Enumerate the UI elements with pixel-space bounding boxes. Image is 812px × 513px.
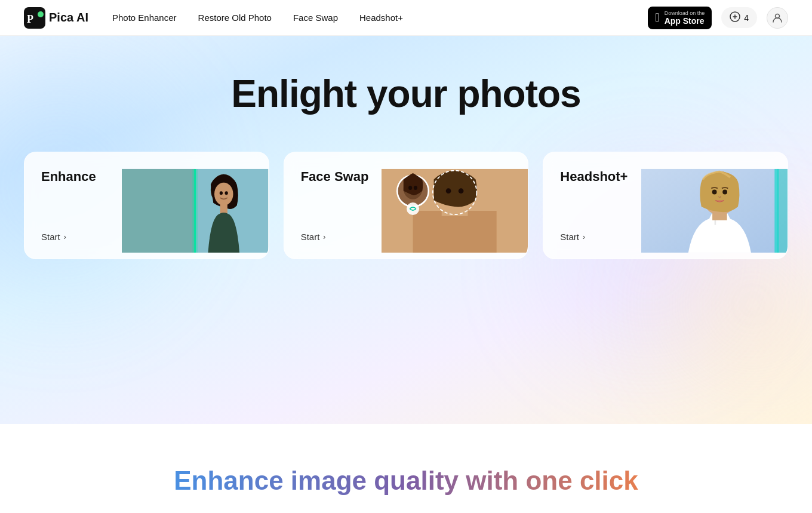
app-store-button[interactable]:  Download on the App Store [648, 7, 712, 29]
headshot-card: Headshot+ Start › [543, 152, 788, 259]
enhance-quality-section: Enhance image quality with one click [0, 424, 812, 513]
face-swap-start-label: Start [301, 232, 320, 242]
navbar-right:  Download on the App Store 4 [648, 7, 788, 29]
nav-links: Photo Enhancer Restore Old Photo Face Sw… [112, 13, 403, 23]
chevron-right-icon-3: › [583, 233, 585, 241]
svg-point-25 [407, 202, 419, 215]
enhance-card: Enhance Start › [24, 152, 269, 259]
headshot-start-link[interactable]: Start › [560, 232, 585, 242]
enhance-start-label: Start [41, 232, 60, 242]
svg-rect-16 [413, 211, 497, 253]
svg-rect-7 [122, 169, 195, 253]
svg-point-32 [722, 190, 727, 195]
enhance-split-image [122, 163, 268, 259]
headshot-card-image [641, 163, 788, 259]
user-icon [772, 13, 783, 23]
svg-point-19 [446, 188, 451, 193]
apple-icon:  [655, 11, 659, 24]
store-name: App Store [665, 16, 705, 26]
svg-text:P: P [27, 13, 33, 25]
logo-icon: P [24, 7, 45, 29]
face-swap-svg [382, 163, 528, 259]
headshot-start-label: Start [560, 232, 579, 242]
navbar: P Pica AI Photo Enhancer Restore Old Pho… [0, 0, 812, 36]
chevron-right-icon-2: › [323, 233, 325, 241]
face-swap-card-image [382, 163, 528, 259]
svg-point-31 [712, 190, 716, 195]
cards-row: Enhance Start › [24, 152, 788, 259]
svg-point-24 [414, 186, 417, 190]
logo[interactable]: P Pica AI [24, 7, 88, 29]
face-swap-start-link[interactable]: Start › [301, 232, 326, 242]
enhance-section-title: Enhance image quality with one click [174, 466, 638, 496]
nav-item-face-swap[interactable]: Face Swap [293, 13, 338, 23]
credits-button[interactable]: 4 [721, 7, 757, 28]
user-button[interactable] [767, 7, 788, 29]
headshot-svg [641, 163, 788, 259]
svg-point-23 [408, 186, 412, 190]
enhance-svg [122, 163, 268, 259]
svg-point-2 [38, 11, 44, 17]
enhance-card-image [122, 163, 268, 259]
svg-point-9 [214, 183, 233, 206]
enhance-start-link[interactable]: Start › [41, 232, 66, 242]
credits-count: 4 [744, 13, 749, 23]
nav-item-headshot[interactable]: Headshot+ [359, 13, 403, 23]
app-store-text: Download on the App Store [665, 10, 705, 26]
hero-title: Enlight your photos [231, 72, 580, 116]
nav-item-photo-enhancer[interactable]: Photo Enhancer [112, 13, 177, 23]
svg-point-20 [459, 188, 464, 193]
credits-icon [730, 11, 740, 24]
chevron-right-icon: › [64, 233, 66, 241]
face-swap-card: Face Swap Start › [284, 152, 529, 259]
navbar-left: P Pica AI Photo Enhancer Restore Old Pho… [24, 7, 403, 29]
svg-rect-34 [774, 169, 779, 253]
logo-text: Pica AI [49, 11, 88, 24]
nav-item-restore[interactable]: Restore Old Photo [198, 13, 272, 23]
svg-point-11 [220, 191, 223, 195]
download-text: Download on the [665, 10, 705, 16]
hero-section: Enlight your photos Enhance Start › [0, 36, 812, 424]
svg-point-12 [225, 191, 228, 195]
